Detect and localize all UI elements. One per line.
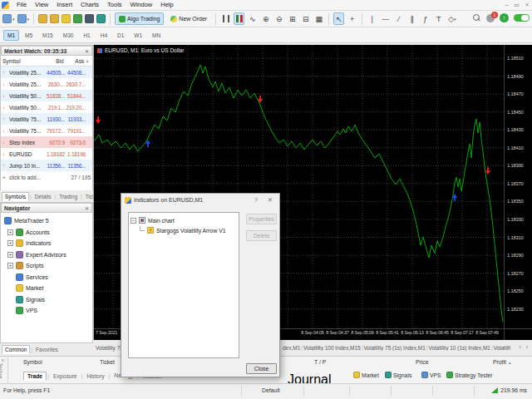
tab-details[interactable]: Details <box>32 193 54 200</box>
navigator-item-root[interactable]: MetaTrader 5 <box>1 215 92 227</box>
navigator-item-expert-advisors[interactable]: +Expert Advisors <box>1 249 92 261</box>
horizontal-line-icon[interactable]: — <box>380 12 391 25</box>
tab-trade[interactable]: Trade <box>23 372 47 381</box>
market-watch-icon[interactable] <box>38 14 47 23</box>
expand-icon[interactable]: + <box>7 263 13 268</box>
zoom-out-icon[interactable]: ⊖ <box>273 12 284 25</box>
dialog-close-icon[interactable]: ✕ <box>268 196 273 204</box>
menu-insert[interactable]: Insert <box>52 0 76 10</box>
dialog-help-button[interactable]: ? <box>254 196 258 204</box>
history-center-icon[interactable] <box>50 14 59 23</box>
navigator-close-icon[interactable]: ✕ <box>85 205 89 211</box>
market-watch-row[interactable]: ↑Jump 10 In...11356...11356... <box>1 160 92 171</box>
navigator-item-market[interactable]: Market <box>1 283 92 294</box>
text-label-icon[interactable]: T <box>433 12 444 25</box>
timeframe-h1[interactable]: H1 <box>79 30 94 41</box>
market-watch-row[interactable]: ↓Volatility 25...2630....2630.7... <box>1 78 92 90</box>
timeframe-m15[interactable]: M15 <box>38 30 57 41</box>
expand-icon[interactable]: + <box>7 229 13 235</box>
tree-item-main-chart[interactable]: − Main chart <box>131 215 237 225</box>
tab-symbols[interactable]: Symbols <box>2 192 29 201</box>
expand-icon[interactable]: + <box>7 252 13 258</box>
equidistant-channel-icon[interactable]: ∥ <box>406 12 417 25</box>
status-latency[interactable]: 219.96 ms <box>491 387 527 393</box>
timeframe-m30[interactable]: M30 <box>59 30 78 41</box>
timeframe-w1[interactable]: W1 <box>130 30 146 41</box>
menu-view[interactable]: View <box>31 0 52 10</box>
zoom-in-icon[interactable]: ⊕ <box>260 12 271 25</box>
column-ask[interactable]: Ask <box>64 58 85 64</box>
menu-file[interactable]: File <box>12 0 31 10</box>
crosshair-icon[interactable]: + <box>347 12 357 25</box>
mql5-community-icon[interactable]: ↑ <box>500 13 509 22</box>
notifications-icon[interactable]: 1 <box>486 14 495 22</box>
navigator-item-accounts[interactable]: +Accounts <box>1 227 92 239</box>
column-bid[interactable]: Bid <box>42 58 64 64</box>
vps-button[interactable]: VPS <box>421 372 441 378</box>
search-icon[interactable] <box>473 14 481 22</box>
bar-chart-icon[interactable] <box>220 12 231 25</box>
chart-tab-volatility-25-[interactable]: Volatility 25 ( <box>494 345 510 351</box>
tab-tick[interactable]: Tick <box>83 193 93 200</box>
collapse-icon[interactable]: − <box>131 218 136 224</box>
tree-item-indicator[interactable]: ƒ Stargogs Volatility Arrow V1 <box>131 225 237 235</box>
vertical-line-icon[interactable]: | <box>367 12 377 25</box>
timeframe-m1[interactable]: M1 <box>3 30 19 41</box>
candlestick-chart-icon[interactable] <box>234 12 244 25</box>
column-t-p[interactable]: T / P <box>314 359 326 365</box>
chart-tab-volatility-100-index-m15[interactable]: Volatility 100 Index,M15 <box>303 345 361 351</box>
timeframe-m5[interactable]: M5 <box>21 30 37 41</box>
tab-exposure[interactable]: Exposure <box>50 372 81 380</box>
strategy-tester-button[interactable]: Strategy Tester <box>446 372 493 378</box>
tab-history[interactable]: History <box>83 372 107 380</box>
profiles-icon[interactable]: ▾ <box>17 14 30 23</box>
close-window-button[interactable]: × <box>525 0 529 10</box>
minimize-window-button[interactable]: – <box>505 0 508 10</box>
navigator-item-services[interactable]: Services <box>1 272 92 283</box>
timeframe-d1[interactable]: D1 <box>113 30 128 41</box>
market-watch-row[interactable]: ↓Volatility 50...219.1...219.20... <box>1 101 92 113</box>
tab-trading[interactable]: Trading <box>57 193 80 200</box>
market-watch-row[interactable]: ↓Volatility 50...51838...51844... <box>1 90 92 101</box>
statistics-icon[interactable] <box>73 14 82 23</box>
market-watch-row[interactable]: ↑Volatility 75...11930...11933... <box>1 113 92 125</box>
chart-tab-volatility-75[interactable]: Volatility 75 <box>96 345 123 351</box>
restore-window-button[interactable]: ▭ <box>514 0 520 10</box>
menu-help[interactable]: Help <box>156 0 177 10</box>
dropdown-arrow-icon[interactable]: ▾ <box>12 17 15 22</box>
arrange-windows-icon[interactable]: ▦ <box>313 12 324 25</box>
column-ticket[interactable]: Ticket <box>100 359 115 365</box>
navigator-item-signals[interactable]: Signals <box>1 294 92 306</box>
toolbox-close-icon[interactable]: x <box>2 357 4 362</box>
tab-favorites[interactable]: Favorites <box>33 346 61 353</box>
column-symbol[interactable]: Symbol <box>23 359 42 365</box>
navigator-item-indicators[interactable]: +Indicators <box>1 238 92 249</box>
signals-button[interactable]: Signals <box>385 372 411 378</box>
cascade-windows-icon[interactable]: ⊟ <box>300 12 311 25</box>
shapes-icon[interactable]: ◇▾ <box>446 12 457 25</box>
scroll-up-icon[interactable]: ▲ <box>84 58 91 63</box>
close-button[interactable]: Close <box>246 363 277 374</box>
navigator-item-scripts[interactable]: +Scripts <box>1 260 92 272</box>
signals-icon[interactable] <box>96 14 106 23</box>
delete-button[interactable]: Delete <box>246 230 277 241</box>
navigator-item-vps[interactable]: VPS <box>1 305 92 317</box>
menu-tools[interactable]: Tools <box>103 0 126 10</box>
timeframe-mn[interactable]: MN <box>148 30 165 41</box>
chart-tab-volatility-10-1s-index-m1[interactable]: Volatility 10 (1s) Index,M1 <box>429 345 490 351</box>
expand-icon[interactable]: + <box>7 240 13 246</box>
menu-window[interactable]: Window <box>126 0 157 10</box>
fibonacci-icon[interactable]: ƒ <box>420 12 431 25</box>
cursor-icon[interactable]: ↖ <box>333 12 344 25</box>
market-watch-row[interactable]: ↓Step Index9272.99273.0 <box>1 136 92 148</box>
status-profile[interactable]: Default <box>262 387 280 393</box>
dropdown-arrow-icon[interactable]: ▾ <box>27 17 30 22</box>
market-watch-row[interactable]: ↑Volatility 25...44505...44508... <box>1 66 92 78</box>
column-symbol[interactable]: Symbol <box>2 58 42 64</box>
tile-windows-icon[interactable]: ⊞ <box>287 12 298 25</box>
market-button[interactable]: Market <box>353 372 379 378</box>
depth-of-market-icon[interactable] <box>85 14 94 23</box>
chart-tab-volatility-75-1s-index-m1[interactable]: Volatility 75 (1s) Index,M1 <box>363 345 425 351</box>
navigator-icon[interactable] <box>62 14 71 23</box>
menu-charts[interactable]: Charts <box>76 0 103 10</box>
